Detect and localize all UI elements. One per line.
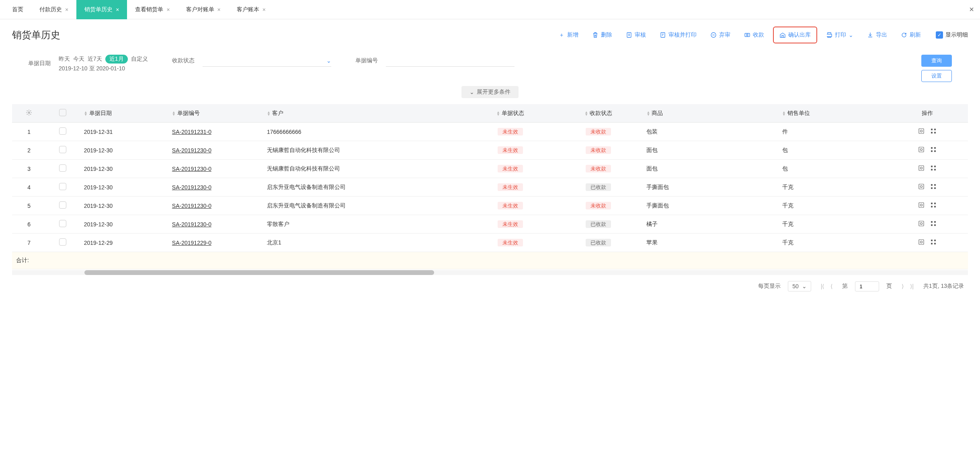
col-date[interactable]: ▲▼单据日期 bbox=[80, 104, 168, 123]
svg-point-19 bbox=[920, 167, 922, 169]
per-page-select[interactable]: 50⌄ bbox=[788, 281, 811, 291]
sort-icon: ▲▼ bbox=[646, 111, 650, 116]
view-icon[interactable] bbox=[918, 146, 925, 154]
row-checkbox[interactable] bbox=[59, 201, 66, 209]
svg-rect-41 bbox=[934, 224, 936, 226]
show-detail-toggle[interactable]: ✓显示明细 bbox=[936, 31, 968, 39]
view-icon[interactable] bbox=[918, 128, 925, 136]
print-icon bbox=[826, 32, 832, 38]
svg-rect-0 bbox=[627, 33, 631, 37]
svg-rect-39 bbox=[934, 221, 936, 223]
view-icon[interactable] bbox=[918, 165, 925, 173]
view-icon[interactable] bbox=[918, 202, 925, 210]
print-button[interactable]: 打印⌄ bbox=[821, 28, 858, 42]
more-icon[interactable] bbox=[930, 202, 937, 210]
col-pay-status[interactable]: ▲▼收款状态 bbox=[554, 104, 642, 123]
more-icon[interactable] bbox=[930, 165, 937, 173]
row-checkbox[interactable] bbox=[59, 238, 66, 246]
date-today[interactable]: 今天 bbox=[73, 55, 84, 63]
col-goods[interactable]: ▲▼商品 bbox=[642, 104, 778, 123]
horizontal-scrollbar[interactable] bbox=[12, 270, 968, 275]
close-icon[interactable]: × bbox=[65, 6, 68, 13]
code-link[interactable]: SA-20191229-0 bbox=[172, 240, 211, 246]
row-checkbox[interactable] bbox=[59, 183, 66, 190]
tab-customer-statement[interactable]: 客户对账单× bbox=[178, 0, 229, 19]
status-badge: 未生效 bbox=[498, 220, 523, 228]
svg-rect-9 bbox=[934, 129, 936, 130]
more-icon[interactable] bbox=[930, 239, 937, 247]
delete-button[interactable]: 删除 bbox=[587, 28, 617, 42]
col-customer[interactable]: ▲▼客户 bbox=[263, 104, 466, 123]
svg-rect-40 bbox=[931, 224, 933, 226]
code-link[interactable]: SA-20191230-0 bbox=[172, 184, 211, 191]
close-icon[interactable]: × bbox=[262, 6, 266, 13]
view-icon[interactable] bbox=[918, 239, 925, 247]
confirm-out-button[interactable]: 确认出库 bbox=[773, 27, 817, 43]
col-unit[interactable]: ▲▼销售单位 bbox=[778, 104, 887, 123]
settings-button[interactable]: 设置 bbox=[921, 70, 952, 82]
close-icon[interactable]: × bbox=[116, 6, 119, 13]
col-status[interactable]: ▲▼单据状态 bbox=[466, 104, 554, 123]
code-input[interactable] bbox=[386, 55, 515, 67]
tab-home[interactable]: 首页 bbox=[4, 0, 31, 19]
refresh-button[interactable]: 刷新 bbox=[896, 28, 926, 42]
table-row[interactable]: 72019-12-29SA-20191229-0北京1未生效已收款苹果千克 bbox=[12, 234, 968, 252]
pay-status-select[interactable]: ⌄ bbox=[203, 55, 331, 67]
more-icon[interactable] bbox=[930, 128, 937, 136]
more-icon[interactable] bbox=[930, 220, 937, 228]
table-row[interactable]: 12019-12-31SA-20191231-017666666666未生效未收… bbox=[12, 123, 968, 141]
more-icon[interactable] bbox=[930, 146, 937, 154]
unaudit-button[interactable]: 弃审 bbox=[705, 28, 735, 42]
total-row: 合计: bbox=[12, 252, 968, 269]
page-input[interactable] bbox=[855, 281, 879, 291]
code-link[interactable]: SA-20191230-0 bbox=[172, 147, 211, 154]
date-last1m[interactable]: 近1月 bbox=[105, 55, 128, 64]
date-yesterday[interactable]: 昨天 bbox=[59, 55, 70, 63]
date-range-text: 2019-12-10 至 2020-01-10 bbox=[59, 65, 148, 72]
audit-print-button[interactable]: 审核并打印 bbox=[655, 28, 701, 42]
table-row[interactable]: 52019-12-30SA-20191230-0启东升亚电气设备制造有限公司未生… bbox=[12, 197, 968, 215]
prev-page-button[interactable]: ⟨ bbox=[830, 283, 832, 289]
tab-payment-history[interactable]: 付款历史× bbox=[31, 0, 76, 19]
date-custom[interactable]: 自定义 bbox=[131, 55, 148, 63]
row-checkbox[interactable] bbox=[59, 146, 66, 153]
row-checkbox[interactable] bbox=[59, 164, 66, 172]
table-row[interactable]: 62019-12-30SA-20191230-0零散客户未生效已收款橘子千克 bbox=[12, 215, 968, 234]
table-row[interactable]: 32019-12-30SA-20191230-0无锡康哲自动化科技有限公司未生效… bbox=[12, 160, 968, 178]
table-row[interactable]: 22019-12-30SA-20191230-0无锡康哲自动化科技有限公司未生效… bbox=[12, 141, 968, 160]
export-button[interactable]: 导出 bbox=[862, 28, 892, 42]
close-all-icon[interactable]: × bbox=[969, 5, 974, 14]
view-icon[interactable] bbox=[918, 183, 925, 191]
search-button[interactable]: 查询 bbox=[921, 55, 952, 67]
sort-icon: ▲▼ bbox=[496, 111, 500, 116]
audit-button[interactable]: 审核 bbox=[621, 28, 651, 42]
sort-icon: ▲▼ bbox=[782, 111, 786, 116]
row-checkbox[interactable] bbox=[59, 127, 66, 135]
close-icon[interactable]: × bbox=[217, 6, 221, 13]
more-icon[interactable] bbox=[930, 183, 937, 191]
col-code[interactable]: ▲▼单据编号 bbox=[168, 104, 263, 123]
close-icon[interactable]: × bbox=[166, 6, 170, 13]
view-icon[interactable] bbox=[918, 220, 925, 228]
collect-button[interactable]: 收款 bbox=[739, 28, 769, 42]
code-link[interactable]: SA-20191230-0 bbox=[172, 221, 211, 228]
select-all-checkbox[interactable] bbox=[46, 104, 80, 123]
next-page-button[interactable]: ⟩ bbox=[902, 283, 904, 289]
tab-sales-history[interactable]: 销货单历史× bbox=[76, 0, 127, 19]
first-page-button[interactable]: |⟨ bbox=[821, 283, 824, 289]
code-link[interactable]: SA-20191231-0 bbox=[172, 129, 211, 135]
svg-point-4 bbox=[746, 34, 748, 36]
tab-customer-ledger[interactable]: 客户账本× bbox=[229, 0, 274, 19]
status-badge: 未生效 bbox=[498, 239, 523, 246]
date-last7[interactable]: 近7天 bbox=[88, 55, 102, 63]
tab-view-sales[interactable]: 查看销货单× bbox=[127, 0, 178, 19]
code-link[interactable]: SA-20191230-0 bbox=[172, 203, 211, 209]
add-button[interactable]: +新增 bbox=[554, 28, 583, 42]
gear-column[interactable] bbox=[12, 104, 46, 123]
code-link[interactable]: SA-20191230-0 bbox=[172, 166, 211, 172]
sort-icon: ▲▼ bbox=[267, 111, 271, 116]
row-checkbox[interactable] bbox=[59, 220, 66, 227]
last-page-button[interactable]: ⟩| bbox=[910, 283, 914, 289]
expand-more-button[interactable]: ⌄展开更多条件 bbox=[461, 86, 519, 98]
table-row[interactable]: 42019-12-30SA-20191230-0启东升亚电气设备制造有限公司未生… bbox=[12, 178, 968, 197]
